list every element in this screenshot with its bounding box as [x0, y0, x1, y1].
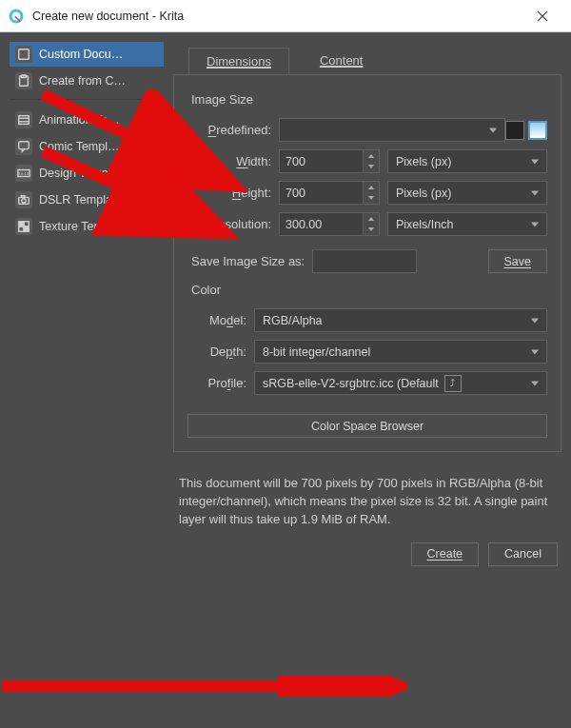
svg-rect-20 [19, 226, 24, 231]
height-label: Height: [187, 186, 279, 200]
width-unit-select[interactable]: Pixels (px) [387, 149, 547, 173]
predefined-select[interactable] [279, 118, 505, 142]
resolution-unit-select[interactable]: Pixels/Inch [387, 212, 547, 236]
tab-label: Dimensions [207, 54, 271, 69]
sidebar-item-create-from-clipboard[interactable]: Create from C… [10, 69, 164, 93]
svg-rect-11 [19, 142, 30, 149]
sidebar-divider [10, 99, 164, 100]
svg-point-15 [22, 199, 26, 203]
width-spinbox[interactable] [279, 149, 380, 173]
titlebar: Create new document - Krita [0, 0, 571, 32]
depth-label: Depth: [187, 344, 254, 359]
width-label: Width: [187, 154, 279, 168]
create-document-dialog: Create new document - Krita Custom Docu… [0, 0, 571, 728]
sidebar-item-comic-templates[interactable]: Comic Templ… [10, 134, 164, 159]
close-icon [537, 10, 548, 22]
resolution-spin-arrows[interactable] [363, 212, 380, 236]
tabs: Dimensions Content [173, 42, 561, 75]
svg-rect-16 [21, 196, 25, 198]
orientation-landscape-button[interactable] [505, 121, 524, 140]
sidebar-item-animation-templates[interactable]: Animation Te… [10, 108, 164, 132]
sidebar-item-label: Comic Templ… [39, 140, 120, 153]
svg-rect-17 [19, 222, 24, 226]
sidebar-item-label: Animation Te… [39, 113, 120, 127]
sidebar: Custom Docu… Create from C… Animation Te… [10, 42, 164, 717]
predefined-label: Predefined: [187, 123, 279, 137]
clipboard-icon [15, 72, 32, 89]
footer-buttons: Create Cancel [173, 542, 561, 566]
width-row: Width: Pixels (px) [187, 149, 547, 173]
save-size-input[interactable] [312, 249, 417, 273]
sidebar-item-label: Custom Docu… [39, 48, 123, 61]
profile-value: sRGB-elle-V2-srgbtrc.icc (Default [263, 377, 439, 390]
tab-dimensions[interactable]: Dimensions [188, 48, 289, 75]
sidebar-item-label: DSLR Templat… [39, 193, 128, 207]
save-size-row: Save Image Size as: Save [191, 249, 547, 273]
profile-label: Profile: [187, 376, 254, 390]
camera-icon [15, 191, 32, 208]
orientation-portrait-button[interactable] [528, 121, 547, 140]
sidebar-item-texture-templates[interactable]: Texture Templ… [10, 214, 164, 239]
ratio-icon: 16:10 [15, 165, 32, 182]
resolution-row: Resolution: Pixels/Inch [187, 212, 547, 236]
krita-app-icon [8, 8, 25, 25]
sidebar-item-dslr-templates[interactable]: DSLR Templat… [10, 187, 164, 212]
width-input[interactable] [279, 149, 363, 173]
height-spinbox[interactable] [279, 181, 380, 205]
profile-select[interactable]: sRGB-elle-V2-srgbtrc.icc (Default ⤴ [254, 371, 547, 395]
dimensions-panel: Image Size Predefined: Width: Pixe [173, 74, 561, 452]
close-button[interactable] [523, 0, 561, 31]
color-space-browser-button[interactable]: Color Space Browser [187, 414, 547, 438]
height-unit-select[interactable]: Pixels (px) [387, 181, 547, 205]
color-heading: Color [191, 283, 547, 297]
film-icon [15, 111, 32, 128]
svg-rect-18 [24, 226, 29, 231]
image-size-heading: Image Size [191, 92, 547, 107]
dialog-content: Custom Docu… Create from C… Animation Te… [0, 32, 571, 728]
create-button[interactable]: Create [411, 542, 480, 566]
window-title: Create new document - Krita [32, 10, 523, 23]
depth-select[interactable]: 8-bit integer/channel [254, 340, 547, 364]
sidebar-item-label: Design Templ… [39, 167, 123, 180]
svg-rect-5 [19, 49, 30, 60]
profile-row: Profile: sRGB-elle-V2-srgbtrc.icc (Defau… [187, 371, 547, 395]
resolution-input[interactable] [279, 212, 363, 236]
button-label: Save [504, 255, 532, 268]
tab-content[interactable]: Content [303, 48, 381, 75]
checker-icon [15, 218, 32, 235]
document-icon [15, 46, 32, 63]
svg-point-1 [12, 11, 21, 20]
speech-icon [15, 138, 32, 155]
resolution-label: Resolution: [187, 217, 279, 231]
main-panel: Dimensions Content Image Size Predefined… [173, 42, 561, 717]
button-label: Create [427, 547, 463, 561]
predefined-row: Predefined: [187, 118, 547, 142]
save-size-label: Save Image Size as: [191, 254, 305, 268]
sidebar-item-design-templates[interactable]: 16:10 Design Templ… [10, 161, 164, 186]
cancel-button[interactable]: Cancel [488, 542, 558, 566]
height-input[interactable] [279, 181, 363, 205]
sidebar-item-label: Create from C… [39, 74, 126, 88]
model-select[interactable]: RGB/Alpha [254, 308, 547, 332]
resolution-spinbox[interactable] [279, 212, 380, 236]
model-label: Model: [187, 313, 254, 327]
svg-rect-19 [24, 222, 29, 226]
save-size-button[interactable]: Save [488, 249, 548, 273]
sidebar-item-label: Texture Templ… [39, 220, 125, 233]
width-spin-arrows[interactable] [363, 149, 380, 173]
sidebar-item-custom-document[interactable]: Custom Docu… [10, 42, 164, 67]
depth-row: Depth: 8-bit integer/channel [187, 340, 547, 364]
svg-rect-8 [19, 116, 30, 125]
profile-browse-icon[interactable]: ⤴ [444, 375, 462, 392]
height-row: Height: Pixels (px) [187, 181, 547, 205]
svg-text:16:10: 16:10 [19, 171, 30, 176]
orientation-swatches [505, 121, 547, 140]
model-row: Model: RGB/Alpha [187, 308, 547, 332]
document-info-text: This document will be 700 pixels by 700 … [179, 475, 556, 529]
tab-label: Content [320, 53, 364, 68]
height-spin-arrows[interactable] [363, 181, 380, 205]
